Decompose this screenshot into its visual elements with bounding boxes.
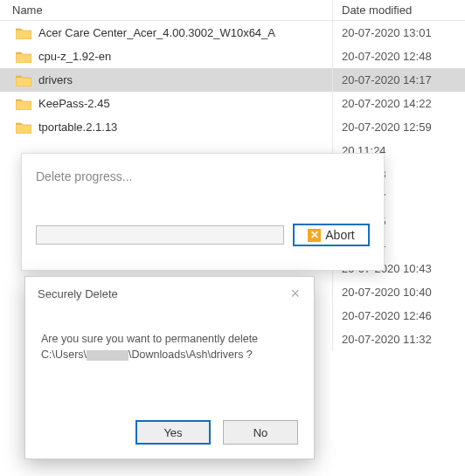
folder-icon <box>16 74 31 86</box>
close-icon[interactable]: × <box>287 286 303 301</box>
folder-icon <box>16 27 31 39</box>
progress-bar <box>36 225 284 245</box>
column-header-name[interactable]: Name <box>0 3 332 17</box>
table-row[interactable]: drivers20-07-2020 14:17 <box>0 68 465 92</box>
dialog-button-row: Yes No <box>135 420 298 445</box>
file-name-cell: cpu-z_1.92-en <box>0 50 332 63</box>
folder-icon <box>16 121 31 134</box>
file-date-cell: 20-07-2020 12:48 <box>332 45 465 68</box>
file-date-cell: 20-07-2020 12:46 <box>332 304 465 328</box>
file-name-label: cpu-z_1.92-en <box>38 50 111 63</box>
no-button[interactable]: No <box>223 420 298 445</box>
file-name-cell: Acer Care Center_Acer_4.00.3002_W10x64_A <box>0 26 332 39</box>
table-row[interactable]: Acer Care Center_Acer_4.00.3002_W10x64_A… <box>0 21 465 45</box>
delete-progress-title: Delete progress... <box>36 169 370 183</box>
folder-icon <box>16 98 31 110</box>
dialog-message-path: C:\Users\\Downloads\Ash\drivers ? <box>41 347 298 362</box>
dialog-titlebar: Securely Delete × <box>25 277 314 307</box>
file-date-cell: 20-07-2020 10:40 <box>332 280 465 304</box>
file-date-cell: 20-07-2020 14:22 <box>332 92 465 115</box>
table-row[interactable]: KeePass-2.4520-07-2020 14:22 <box>0 92 465 115</box>
redacted-username <box>87 350 128 361</box>
file-name-label: Acer Care Center_Acer_4.00.3002_W10x64_A <box>38 26 275 39</box>
file-name-label: KeePass-2.45 <box>38 97 110 110</box>
dialog-message-line1: Are you sure you want to permanently del… <box>41 331 298 347</box>
folder-icon <box>16 74 31 86</box>
file-name-cell: KeePass-2.45 <box>0 97 332 110</box>
file-name-label: tportable.2.1.13 <box>38 121 117 134</box>
column-header-date[interactable]: Date modified <box>332 0 465 20</box>
table-row[interactable]: tportable.2.1.1320-07-2020 12:59 <box>0 115 465 139</box>
folder-icon <box>16 98 31 110</box>
yes-button[interactable]: Yes <box>135 420 211 445</box>
dialog-title: Securely Delete <box>38 287 118 300</box>
dialog-message: Are you sure you want to permanently del… <box>25 307 314 371</box>
abort-button-label: Abort <box>325 228 354 242</box>
folder-icon <box>16 51 31 63</box>
file-name-cell: tportable.2.1.13 <box>0 121 332 134</box>
abort-button[interactable]: ✕ Abort <box>293 224 370 246</box>
file-date-cell: 20-07-2020 12:59 <box>332 115 465 139</box>
folder-icon <box>16 27 31 39</box>
file-date-cell: 20-07-2020 11:32 <box>332 328 465 351</box>
secure-delete-dialog: Securely Delete × Are you sure you want … <box>24 276 315 459</box>
column-header-row: Name Date modified <box>0 0 465 21</box>
file-date-cell: 20-07-2020 13:01 <box>332 21 465 45</box>
cancel-icon: ✕ <box>308 229 321 242</box>
folder-icon <box>16 51 31 63</box>
file-name-label: drivers <box>38 73 73 86</box>
file-name-cell: drivers <box>0 73 332 86</box>
file-date-cell: 20-07-2020 14:17 <box>332 68 465 92</box>
folder-icon <box>16 121 31 134</box>
table-row[interactable]: cpu-z_1.92-en20-07-2020 12:48 <box>0 45 465 68</box>
delete-progress-dialog: Delete progress... ✕ Abort <box>21 153 385 271</box>
progress-row: ✕ Abort <box>36 224 370 246</box>
